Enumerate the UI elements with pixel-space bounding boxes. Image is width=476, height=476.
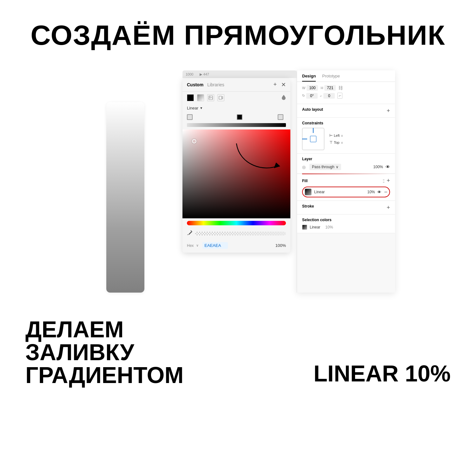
content-area: 1000 ▶ 447 Custom Libraries + ✕: [0, 70, 476, 293]
selection-color-swatch[interactable]: [302, 225, 307, 230]
stroke-title: Stroke: [302, 204, 314, 208]
lock-ratio-field: ⛓: [338, 85, 343, 91]
hue-slider[interactable]: [187, 221, 286, 225]
radius-field: ⌐ 0: [320, 93, 335, 99]
solid-fill-icon[interactable]: [187, 94, 194, 101]
gradient-bar-container: [182, 112, 290, 129]
cp-close-button[interactable]: ✕: [281, 81, 286, 88]
constraint-top-row: ⊤ Top ∨: [329, 140, 343, 145]
design-panel: Design Prototype W 100 H 721 ⛓ ↻: [297, 70, 395, 293]
lock-icon: ⛓: [338, 85, 343, 90]
fill-item: Linear 10% 👁 −: [302, 187, 390, 197]
layer-opacity-value[interactable]: 100%: [373, 165, 383, 169]
arrow-indicator: [233, 140, 284, 178]
selection-color-item: Linear 10%: [302, 225, 390, 230]
rotation-icon: ↻: [302, 94, 305, 98]
autolayout-add-button[interactable]: +: [387, 108, 390, 114]
layer-visibility-button[interactable]: 👁: [386, 164, 390, 169]
layer-mode-chevron: ∨: [336, 165, 339, 169]
fill-remove-button[interactable]: −: [384, 189, 387, 195]
constraint-top-chevron: ∨: [341, 141, 343, 144]
height-label: H: [321, 86, 323, 90]
width-value[interactable]: 100: [307, 85, 318, 91]
tab-design[interactable]: Design: [302, 74, 316, 82]
tab-prototype[interactable]: Prototype: [322, 74, 340, 82]
gradient-stops: [187, 112, 286, 122]
autolayout-section: Auto layout +: [297, 104, 395, 118]
constraints-section: Constraints ⊢ Left ∨ ⊤ Top ∨: [297, 118, 395, 154]
cp-icons-row: [182, 92, 290, 104]
gradient-stop-right[interactable]: [237, 114, 242, 120]
constraint-inner: [310, 136, 316, 142]
selection-colors-title: Selection colors: [302, 218, 390, 222]
fill-add-button[interactable]: +: [387, 177, 390, 184]
constraint-left-icon: ⊢: [329, 133, 333, 138]
gradient-stop-left[interactable]: [187, 114, 193, 120]
constraint-labels: ⊢ Left ∨ ⊤ Top ∨: [329, 133, 343, 145]
cp-type-label[interactable]: Linear: [187, 106, 198, 110]
stroke-add-button[interactable]: +: [387, 204, 390, 211]
video-fill-icon[interactable]: [217, 94, 224, 101]
bottom-labels: ДЕЛАЕМЗАЛИВКУГРАДИЕНТОМ LINEAR 10%: [0, 299, 476, 387]
opacity-drop-icon: [281, 94, 286, 101]
fill-title: Fill: [302, 179, 307, 183]
cp-tab-custom[interactable]: Custom: [187, 82, 203, 87]
layer-title: Layer: [302, 157, 390, 161]
fill-type-label: Linear: [314, 190, 325, 194]
layer-row: ◎ Pass through ∨ 100% 👁: [302, 164, 390, 170]
width-label: W: [302, 86, 305, 90]
svg-marker-0: [274, 162, 280, 168]
height-field: H 721: [321, 85, 336, 91]
bottom-label-right: LINEAR 10%: [314, 360, 451, 387]
selection-color-opacity: 10%: [325, 225, 333, 229]
opacity-bar[interactable]: [195, 232, 286, 235]
cp-add-button[interactable]: +: [273, 81, 277, 88]
page-title: СОЗДАЁМ ПРЯМОУГОЛЬНИК: [0, 0, 476, 64]
gradient-stop-end[interactable]: [278, 114, 283, 120]
dimensions-section: W 100 H 721 ⛓ ↻ 0° ⌐ 0: [297, 82, 395, 104]
autolayout-title: Auto layout: [302, 107, 323, 112]
layer-mode-label: Pass through: [312, 165, 334, 169]
svg-point-2: [209, 96, 210, 97]
cp-hex-label: Hex: [187, 243, 194, 248]
layer-section: Layer ◎ Pass through ∨ 100% 👁: [297, 154, 395, 174]
constraints-widget: ⊢ Left ∨ ⊤ Top ∨: [302, 128, 390, 150]
fill-header: Fill :: +: [302, 177, 390, 184]
left-side: [81, 70, 182, 293]
image-fill-icon[interactable]: [207, 94, 214, 101]
selection-color-type: Linear: [310, 225, 320, 229]
height-value[interactable]: 721: [324, 85, 336, 91]
radius-value[interactable]: 0: [323, 93, 335, 99]
selection-colors-section: Selection colors Linear 10%: [297, 215, 395, 233]
corner-icon: ⌐: [337, 93, 342, 99]
svg-rect-3: [219, 96, 222, 99]
fill-visibility-button[interactable]: 👁: [377, 190, 381, 195]
layer-mode-selector[interactable]: Pass through ∨: [309, 164, 341, 170]
rotation-value[interactable]: 0°: [306, 93, 318, 99]
cp-type-row: Linear ▼: [182, 104, 290, 112]
constraint-left-label[interactable]: Left: [334, 134, 340, 137]
cp-header-actions: + ✕: [273, 81, 286, 88]
fill-swatch[interactable]: [305, 188, 312, 195]
gradient-fill-icon[interactable]: [197, 94, 204, 101]
cp-type-chevron: ▼: [200, 106, 203, 110]
svg-point-4: [191, 230, 191, 231]
constraint-box: [302, 128, 324, 150]
constraint-top-label[interactable]: Top: [334, 141, 340, 144]
rectangle-preview: [106, 102, 144, 293]
constraint-line-left: [302, 139, 307, 139]
fill-reorder-icon: ::: [383, 178, 384, 184]
gradient-bar: [187, 123, 286, 127]
constraint-line-top: [313, 128, 314, 133]
cp-tab-libraries[interactable]: Libraries: [207, 82, 224, 87]
constraint-left-chevron: ∨: [341, 134, 343, 137]
panel-top-nav: 1000: [186, 72, 193, 76]
panel-top-val: ▶ 447: [200, 72, 209, 76]
fill-opacity-value[interactable]: 10%: [367, 190, 375, 194]
eyedropper-button[interactable]: [187, 230, 193, 237]
cp-hex-input[interactable]: [202, 242, 228, 249]
fill-section: Fill :: + Linear 10% 👁 −: [297, 174, 395, 201]
width-field: W 100: [302, 85, 318, 91]
rotation-field: ↻ 0°: [302, 93, 318, 99]
corner-field: ⌐: [337, 93, 342, 99]
